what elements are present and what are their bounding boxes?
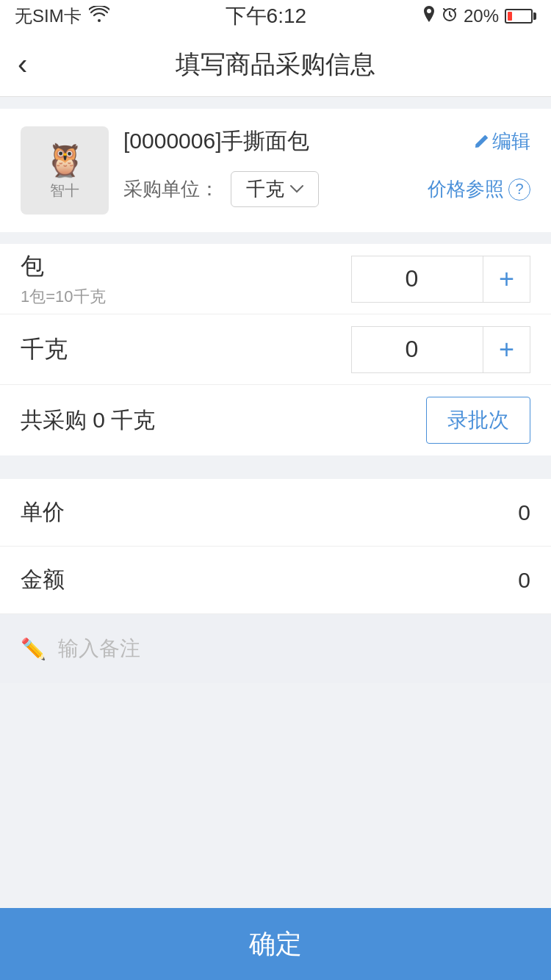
status-bar: 无SIM卡 下午6:12 20%	[0, 0, 551, 32]
bag-label: 包	[21, 251, 138, 283]
status-left: 无SIM卡	[15, 4, 109, 28]
product-info: [0000006]手撕面包 编辑 采购单位： 千克 价格参照	[123, 126, 530, 207]
summary-row: 共采购 0 千克 录批次	[0, 385, 551, 455]
amount-value: 0	[518, 568, 530, 593]
status-time: 下午6:12	[226, 2, 307, 30]
kg-label: 千克	[21, 334, 138, 366]
status-right: 20%	[422, 6, 536, 26]
alarm-icon	[442, 6, 458, 26]
summary-text: 共采购 0 千克	[21, 406, 155, 436]
back-button[interactable]: ‹	[18, 48, 27, 81]
confirm-button[interactable]: 确定	[0, 908, 551, 980]
bag-input[interactable]	[351, 256, 483, 303]
unit-select[interactable]: 千克	[231, 171, 319, 207]
help-icon: ?	[508, 179, 530, 201]
content-spacer	[0, 683, 551, 889]
amount-row: 金额 0	[0, 547, 551, 614]
unit-label: 采购单位：	[123, 176, 219, 202]
nav-bar: ‹ 填写商品采购信息	[0, 32, 551, 97]
detail-section: 单价 0 金额 0	[0, 479, 551, 614]
product-image: 🦉 智十	[21, 126, 109, 215]
unit-price-label: 单价	[21, 497, 65, 527]
product-logo-icon: 🦉	[45, 141, 85, 179]
kg-input[interactable]	[351, 326, 483, 373]
amount-label: 金额	[21, 565, 65, 595]
divider-2	[0, 455, 551, 467]
battery-text: 20%	[464, 6, 499, 26]
unit-price-row: 单价 0	[0, 479, 551, 547]
batch-button[interactable]: 录批次	[426, 397, 530, 444]
bag-plus-button[interactable]: +	[483, 256, 530, 303]
price-ref-button[interactable]: 价格参照 ?	[428, 176, 530, 202]
carrier-text: 无SIM卡	[15, 4, 82, 28]
kg-input-row: 千克 +	[0, 314, 551, 385]
divider-1	[0, 232, 551, 244]
kg-plus-button[interactable]: +	[483, 326, 530, 373]
bag-input-row: 包 1包=10千克 +	[0, 244, 551, 314]
wifi-icon	[89, 6, 109, 26]
edit-button[interactable]: 编辑	[473, 129, 530, 154]
product-name: [0000006]手撕面包	[123, 126, 309, 156]
input-section: 包 1包=10千克 + 千克 + 共采购 0 千克 录批次	[0, 244, 551, 455]
bag-sublabel: 1包=10千克	[21, 286, 138, 308]
note-section[interactable]: ✏️ 输入备注	[0, 614, 551, 683]
battery-icon	[505, 9, 536, 24]
confirm-label: 确定	[249, 926, 302, 962]
product-card: 🦉 智十 [0000006]手撕面包 编辑 采购单位： 千克	[0, 109, 551, 232]
unit-price-value: 0	[518, 500, 530, 525]
product-logo-text: 智十	[50, 181, 79, 201]
page-title: 填写商品采购信息	[176, 48, 375, 82]
pencil-icon: ✏️	[21, 637, 46, 661]
location-icon	[422, 6, 436, 26]
note-placeholder: 输入备注	[58, 635, 140, 663]
